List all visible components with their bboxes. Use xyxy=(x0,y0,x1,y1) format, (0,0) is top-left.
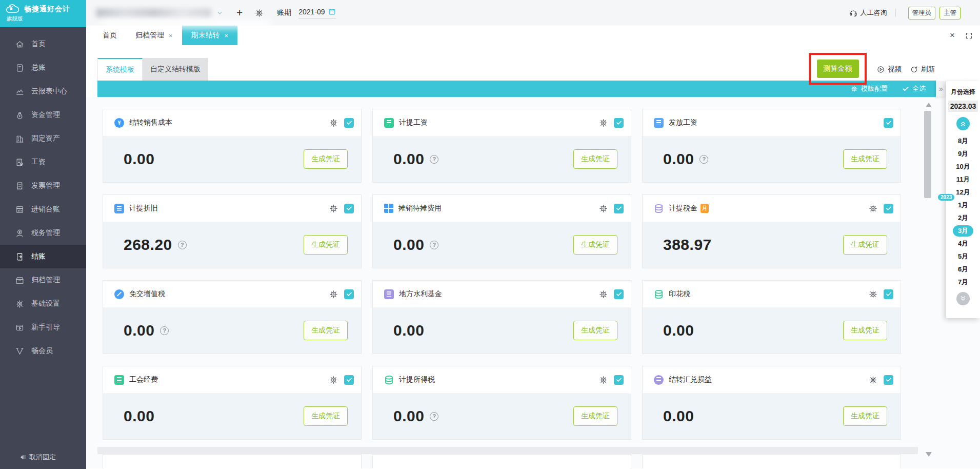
unpin-sidebar-button[interactable]: 取消固定 xyxy=(18,453,56,462)
sidebar-item-tax[interactable]: 税务管理 xyxy=(0,221,86,245)
sidebar-item-settings[interactable]: 基础设置 xyxy=(0,292,86,316)
sidebar-item-wage[interactable]: 工资 xyxy=(0,150,86,174)
month-item-7月[interactable]: 7月 xyxy=(946,276,980,288)
card-checkbox[interactable] xyxy=(884,375,893,385)
help-icon[interactable]: ? xyxy=(160,326,169,335)
add-account-set-button[interactable]: + xyxy=(236,7,243,19)
card-settings-icon[interactable] xyxy=(599,290,608,299)
chevron-down-icon[interactable] xyxy=(216,10,223,16)
help-icon[interactable]: ? xyxy=(430,155,438,164)
generate-voucher-button[interactable]: 生成凭证 xyxy=(304,149,348,169)
scrollbar-down-arrow[interactable] xyxy=(926,452,932,457)
sidebar-item-guide[interactable]: 新手引导 xyxy=(0,316,86,339)
month-item-2月[interactable]: 2月 xyxy=(946,211,980,224)
period-date-picker[interactable]: 2021-09 xyxy=(298,8,335,18)
card-checkbox[interactable] xyxy=(344,204,354,213)
scroll-months-up-button[interactable] xyxy=(956,117,970,130)
calendar-icon xyxy=(328,8,336,15)
card-checkbox[interactable] xyxy=(344,289,354,299)
settings-icon[interactable] xyxy=(255,9,264,17)
sidebar-item-io[interactable]: 进销台账 xyxy=(0,198,86,221)
card-checkbox[interactable] xyxy=(344,118,354,128)
generate-voucher-button[interactable]: 生成凭证 xyxy=(843,235,887,255)
card-settings-icon[interactable] xyxy=(869,290,877,299)
scroll-months-down-button[interactable] xyxy=(956,292,970,305)
refresh-button[interactable]: 刷新 xyxy=(910,65,935,74)
generate-voucher-button[interactable]: 生成凭证 xyxy=(304,321,348,340)
sidebar-item-fund[interactable]: 资金管理 xyxy=(0,103,86,127)
card-checkbox[interactable] xyxy=(614,289,624,299)
select-all-toggle[interactable]: 全选 xyxy=(902,84,926,93)
generate-voucher-button[interactable]: 生成凭证 xyxy=(573,235,617,255)
sidebar-item-closing[interactable]: 结账 xyxy=(0,245,86,268)
help-icon[interactable]: ? xyxy=(430,412,438,421)
sidebar-item-member[interactable]: 畅会员 xyxy=(0,339,86,363)
template-config-button[interactable]: 模版配置 xyxy=(851,84,888,93)
month-item-3月[interactable]: 3月 xyxy=(946,224,980,237)
card-settings-icon[interactable] xyxy=(599,376,608,384)
card-settings-icon[interactable] xyxy=(599,204,608,213)
video-button[interactable]: 视频 xyxy=(877,65,902,74)
check-icon xyxy=(346,205,352,211)
role-badge-admin[interactable]: 管理员 xyxy=(908,7,936,19)
sidebar-item-asset[interactable]: 固定资产 xyxy=(0,127,86,150)
help-icon[interactable]: ? xyxy=(430,241,438,249)
card-checkbox[interactable] xyxy=(884,289,893,299)
tab-close-icon[interactable]: × xyxy=(225,32,229,40)
month-item-5月[interactable]: 5月 xyxy=(946,250,980,263)
card-settings-icon[interactable] xyxy=(329,376,338,384)
generate-voucher-button[interactable]: 生成凭证 xyxy=(573,406,617,426)
manual-consult-button[interactable]: 人工咨询 xyxy=(849,8,887,17)
card-checkbox[interactable] xyxy=(614,118,624,128)
month-item-4月[interactable]: 4月 xyxy=(946,237,980,250)
scrollbar-thumb[interactable] xyxy=(924,111,931,198)
tab-2[interactable]: 期末结转 × xyxy=(182,26,238,45)
month-item-11月[interactable]: 11月 xyxy=(946,173,980,186)
generate-voucher-button[interactable]: 生成凭证 xyxy=(843,406,887,426)
check-icon xyxy=(886,377,892,383)
generate-voucher-button[interactable]: 生成凭证 xyxy=(304,235,348,255)
generate-voucher-button[interactable]: 生成凭证 xyxy=(573,321,617,340)
card-settings-icon[interactable] xyxy=(329,204,338,213)
sidebar-item-archive[interactable]: 归档管理 xyxy=(0,268,86,292)
card-checkbox[interactable] xyxy=(614,375,624,385)
sidebar-item-label: 资金管理 xyxy=(31,110,60,120)
sidebar-item-home[interactable]: 首页 xyxy=(0,32,86,56)
card-settings-icon[interactable] xyxy=(329,119,338,127)
month-label: 4月 xyxy=(958,239,968,248)
sidebar-item-invoice[interactable]: 发票管理 xyxy=(0,174,86,198)
generate-voucher-button[interactable]: 生成凭证 xyxy=(843,149,887,169)
tab-close-icon[interactable]: × xyxy=(169,32,173,40)
card-settings-icon[interactable] xyxy=(869,376,877,384)
sidebar-item-report[interactable]: 云报表中心 xyxy=(0,80,86,103)
month-item-9月[interactable]: 9月 xyxy=(946,147,980,160)
collapse-month-panel-button[interactable]: » xyxy=(936,81,946,96)
card-checkbox[interactable] xyxy=(614,204,624,213)
card-checkbox[interactable] xyxy=(884,204,893,213)
tab-1[interactable]: 归档管理 × xyxy=(126,26,182,45)
help-icon[interactable]: ? xyxy=(178,241,187,249)
role-badge-supervisor[interactable]: 主管 xyxy=(939,7,961,19)
close-icon[interactable]: × xyxy=(950,30,955,41)
card-checkbox[interactable] xyxy=(884,118,893,128)
scrollbar-up-arrow[interactable] xyxy=(926,103,932,107)
company-name-redacted[interactable] xyxy=(96,8,211,17)
tab-0[interactable]: 首页 xyxy=(93,26,126,45)
sidebar-item-ledger[interactable]: 总账 xyxy=(0,56,86,80)
generate-voucher-button[interactable]: 生成凭证 xyxy=(573,149,617,169)
generate-voucher-button[interactable]: 生成凭证 xyxy=(843,321,887,340)
card-checkbox[interactable] xyxy=(344,375,354,385)
card-settings-icon[interactable] xyxy=(329,290,338,299)
help-icon[interactable]: ? xyxy=(699,155,708,164)
month-item-6月[interactable]: 6月 xyxy=(946,263,980,276)
month-item-1月[interactable]: 1月 2023 xyxy=(946,199,980,211)
measure-amount-button[interactable]: 测算金额 xyxy=(817,60,859,78)
generate-voucher-button[interactable]: 生成凭证 xyxy=(304,406,348,426)
month-item-10月[interactable]: 10月 xyxy=(946,160,980,173)
month-item-8月[interactable]: 8月 xyxy=(946,134,980,147)
fullscreen-icon[interactable] xyxy=(965,32,973,40)
card-settings-icon[interactable] xyxy=(869,204,877,213)
subtab-custom-template[interactable]: 自定义结转模版 xyxy=(143,58,208,81)
card-settings-icon[interactable] xyxy=(599,119,608,127)
subtab-system-template[interactable]: 系统模板 xyxy=(97,58,143,81)
